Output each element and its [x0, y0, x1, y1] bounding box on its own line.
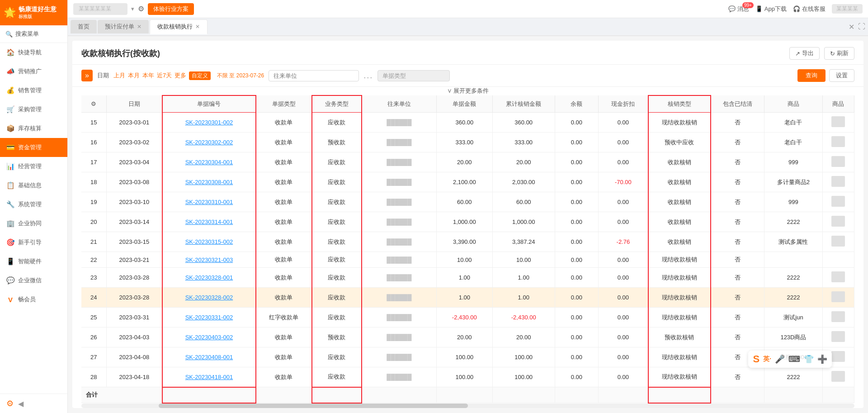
sidebar-item-basic[interactable]: 📋 基础信息 [0, 176, 67, 195]
filter-expand-btn[interactable]: ∨ 展开更多条件 [447, 87, 489, 95]
cell-biz-type: 预收款 [312, 133, 362, 152]
cell-code[interactable]: SK-20230302-002 [162, 133, 256, 152]
date-opt-more[interactable]: 更多 [175, 71, 186, 80]
cell-amount: 20.00 [436, 328, 492, 347]
table-row[interactable]: 15 2023-03-01 SK-20230301-002 收款单 应收款 ██… [81, 113, 854, 133]
table-row[interactable]: 20 2023-03-14 SK-20230314-001 收款单 应收款 ██… [81, 212, 854, 232]
sidebar-item-marketing[interactable]: 📣 营销推广 [0, 62, 67, 81]
date-opt-this-month[interactable]: 本月 [128, 71, 140, 80]
cell-code[interactable]: SK-20230328-002 [162, 288, 256, 308]
topbar-gear-icon[interactable]: ⚙ [138, 5, 144, 13]
sidebar-item-inventory[interactable]: 📦 库存核算 [0, 119, 67, 138]
export-btn[interactable]: ↗ 导出 [789, 47, 820, 60]
table-row[interactable]: 16 2023-03-02 SK-20230302-002 收款单 预收款 ██… [81, 133, 854, 152]
table-row[interactable]: 23 2023-03-28 SK-20230328-001 收款单 应收款 ██… [81, 268, 854, 288]
col-header-settings[interactable]: ⚙ [81, 95, 106, 113]
sidebar-item-guide[interactable]: 🎯 新手引导 [0, 233, 67, 252]
table-row[interactable]: 28 2023-04-18 SK-20230418-001 收款单 应收款 ██… [81, 367, 854, 387]
more-filters-dots[interactable]: ... [363, 71, 373, 81]
footer-biz-type [312, 387, 362, 403]
cell-bill-type: 收款单 [256, 172, 312, 192]
table-row[interactable]: 21 2023-03-15 SK-20230315-002 收款单 应收款 ██… [81, 232, 854, 252]
tabs-close-icon[interactable]: ✕ [849, 23, 854, 31]
tab-payable-close[interactable]: ✕ [137, 24, 142, 30]
tab-receipt-cancel[interactable]: 收款核销执行 ✕ [150, 19, 208, 34]
cell-date: 2023-03-08 [106, 172, 162, 192]
tab-home[interactable]: 首页 [71, 20, 97, 33]
footer-goods [764, 387, 822, 403]
table-row[interactable]: 22 2023-03-21 SK-20230321-003 收款单 应收款 ██… [81, 252, 854, 268]
cell-code[interactable]: SK-20230314-001 [162, 212, 256, 232]
cell-code[interactable]: SK-20230315-002 [162, 232, 256, 252]
cell-code[interactable]: SK-20230321-003 [162, 252, 256, 268]
cell-goods-img [822, 212, 854, 232]
table-row[interactable]: 25 2023-03-31 SK-20230331-002 红字收款单 应收款 … [81, 308, 854, 328]
cell-amount: 333.00 [436, 133, 492, 152]
table-row[interactable]: 27 2023-04-08 SK-20230408-001 收款单 应收款 ██… [81, 347, 854, 367]
cell-goods-img [822, 252, 854, 268]
cell-unit: ██████ [362, 212, 436, 232]
cell-code[interactable]: SK-20230304-001 [162, 152, 256, 172]
cell-code[interactable]: SK-20230403-002 [162, 328, 256, 347]
messages-btn[interactable]: 💬 消息 99+ [728, 5, 749, 13]
operation-icon: 📊 [6, 162, 14, 171]
cell-code[interactable]: SK-20230331-002 [162, 308, 256, 328]
online-service-btn[interactable]: 🎧 在线客服 [793, 5, 826, 13]
cell-code[interactable]: SK-20230418-001 [162, 367, 256, 387]
sidebar-item-search[interactable]: 🔍 搜索菜单 [0, 25, 67, 43]
sidebar-item-hardware[interactable]: 📱 智能硬件 [0, 252, 67, 271]
user-profile[interactable]: 某某某某 [832, 4, 863, 14]
cell-goods-img [822, 328, 854, 347]
sidebar-item-operation[interactable]: 📊 经营管理 [0, 157, 67, 176]
filter-bar: » 日期 上月 本月 本年 近7天 更多 自定义 不限 至 2023-07-26… [72, 65, 863, 87]
tab-payable[interactable]: 预计应付单 ✕ [98, 20, 149, 33]
sidebar-item-member[interactable]: V 畅会员 [0, 290, 67, 309]
cell-code[interactable]: SK-20230328-001 [162, 268, 256, 288]
marketing-icon: 📣 [6, 67, 14, 76]
scrollbar-thumb[interactable] [159, 404, 468, 408]
query-btn[interactable]: 查询 [797, 69, 826, 82]
dropdown-arrow-icon[interactable]: ▾ [131, 5, 134, 12]
table-scrollbar[interactable] [81, 404, 854, 408]
cell-amount: 1.00 [436, 288, 492, 308]
app-download-btn[interactable]: 📱 App下载 [755, 5, 787, 13]
date-opt-last-month[interactable]: 上月 [113, 71, 125, 80]
enterprise-icon: 🏢 [6, 219, 14, 228]
table-row[interactable]: 17 2023-03-04 SK-20230304-001 收款单 应收款 ██… [81, 152, 854, 172]
refresh-btn[interactable]: ↻ 刷新 [824, 47, 854, 60]
cell-biz-type: 应收款 [312, 252, 362, 268]
table-row[interactable]: 18 2023-03-08 SK-20230308-001 收款单 应收款 ██… [81, 172, 854, 192]
sidebar-item-enterprise[interactable]: 🏢 企业协同 [0, 214, 67, 233]
table-row[interactable]: 24 2023-03-28 SK-20230328-002 收款单 应收款 ██… [81, 288, 854, 308]
cell-code[interactable]: SK-20230408-001 [162, 347, 256, 367]
main-area: 某某某某某某 ▾ ⚙ 体验行业方案 💬 消息 99+ 📱 App下载 🎧 在线客… [68, 0, 868, 413]
cell-code[interactable]: SK-20230308-001 [162, 172, 256, 192]
sidebar-item-purchase[interactable]: 🛒 采购管理 [0, 100, 67, 119]
cell-code[interactable]: SK-20230301-002 [162, 113, 256, 133]
sidebar-settings-icon[interactable]: ⚙ [6, 399, 14, 408]
filter-toggle-btn[interactable]: » [81, 70, 93, 81]
date-opt-7days[interactable]: 近7天 [157, 71, 172, 80]
filter-expand-row: ∨ 展开更多条件 [72, 87, 863, 95]
table-row[interactable]: 26 2023-04-03 SK-20230403-002 收款单 预收款 ██… [81, 328, 854, 347]
sidebar-item-sales[interactable]: 💰 销售管理 [0, 81, 67, 100]
cell-balance: 0.00 [555, 133, 598, 152]
industry-btn[interactable]: 体验行业方案 [148, 3, 194, 15]
tab-receipt-cancel-close[interactable]: ✕ [195, 24, 200, 30]
sidebar-collapse-icon[interactable]: ◀ [18, 399, 24, 408]
table-row[interactable]: 19 2023-03-10 SK-20230310-001 收款单 应收款 ██… [81, 192, 854, 212]
cell-code[interactable]: SK-20230310-001 [162, 192, 256, 212]
customer-input[interactable] [269, 70, 359, 81]
tabs-expand-icon[interactable]: ⛶ [858, 23, 865, 31]
cell-cum-cancel: 1,000.00 [492, 212, 555, 232]
cell-no: 24 [81, 288, 106, 308]
cell-balance: 0.00 [555, 113, 598, 133]
date-custom-btn[interactable]: 自定义 [189, 71, 211, 80]
sidebar-item-funds[interactable]: 💳 资金管理 [0, 138, 67, 157]
sidebar-item-wechat[interactable]: 💬 企业微信 [0, 271, 67, 290]
receipt-type-select[interactable]: 单据类型 [377, 70, 450, 81]
filter-settings-btn[interactable]: 设置 [829, 69, 854, 82]
date-opt-this-year[interactable]: 本年 [142, 71, 154, 80]
sidebar-item-system[interactable]: 🔧 系统管理 [0, 195, 67, 214]
sidebar-item-quick[interactable]: 🏠 快捷导航 [0, 43, 67, 62]
